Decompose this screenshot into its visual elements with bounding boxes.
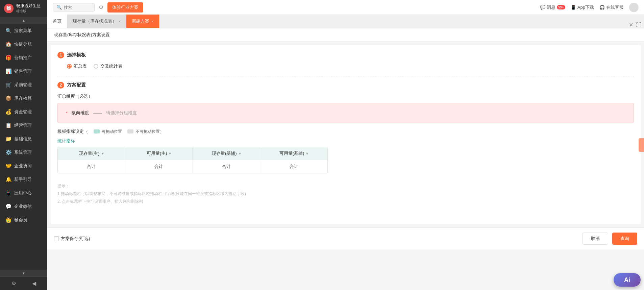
sidebar-item-sales[interactable]: 📊 销售管理 [0, 65, 47, 78]
sidebar-item-label: 企业微信 [14, 203, 32, 210]
sidebar-item-finance[interactable]: 💰 资金管理 [0, 105, 47, 119]
section-config: 2 方案配置 汇总维度（必选） * 纵向维度 —— 请选择分组维度 [57, 82, 634, 211]
cancel-button[interactable]: 取消 [583, 233, 608, 245]
col-available-main-label: 可用量(主) [147, 150, 167, 156]
col-available-main-dropdown[interactable]: ▾ [169, 151, 171, 156]
main-area: 🔍 ⚙ 体验行业方案 💬 消息 99+ 📱 App下载 🎧 在线客服 首页 [47, 0, 644, 290]
drag-indicator-1: 可拖动位置 [94, 129, 122, 135]
stats-header-present-aux[interactable]: 现存量(基辅) ▾ [193, 147, 261, 160]
drag-box-fixed [127, 129, 133, 134]
sales-icon: 📊 [5, 68, 11, 74]
operations-icon: 📋 [5, 122, 11, 128]
sidebar-item-app-center[interactable]: 📱 应用中心 [0, 186, 47, 200]
sidebar-item-purchase[interactable]: 🛒 采购管理 [0, 78, 47, 92]
stats-cell-present-main: 合计 [58, 160, 125, 173]
sidebar-item-label: 采购管理 [14, 82, 32, 88]
logo-text: 畅康通好生意 [16, 3, 41, 9]
sidebar-item-quick-nav[interactable]: 🏠 快捷导航 [0, 38, 47, 51]
sidebar-item-member[interactable]: 👑 畅会员 [0, 213, 47, 227]
sidebar-item-label: 资金管理 [14, 109, 32, 115]
app-download-icon: 📱 [571, 5, 576, 10]
sidebar-item-marketing[interactable]: 🎁 营销推广 [0, 51, 47, 65]
gear-icon[interactable]: ⚙ [99, 4, 103, 10]
messages-button[interactable]: 💬 消息 99+ [540, 4, 565, 10]
headset-icon: 🎧 [599, 5, 605, 10]
sidebar-item-guide[interactable]: 🔔 新手引导 [0, 173, 47, 186]
guide-icon: 🔔 [5, 176, 11, 183]
sidebar-item-inventory[interactable]: 📦 库存核算 [0, 92, 47, 105]
section-num-2: 2 [57, 82, 64, 89]
online-service-button[interactable]: 🎧 在线客服 [599, 4, 624, 10]
quick-nav-icon: 🏠 [5, 41, 11, 47]
sidebar-item-operations[interactable]: 📋 经营管理 [0, 119, 47, 132]
sidebar-item-basic-info[interactable]: 📁 基础信息 [0, 132, 47, 146]
contract-icon: 🤝 [5, 163, 11, 169]
settings-icon[interactable]: ⚙ [11, 280, 16, 287]
inventory-icon: 📦 [5, 95, 11, 101]
app-download-button[interactable]: 📱 App下载 [571, 4, 594, 10]
drag-label-2: 不可拖动位置） [135, 129, 164, 135]
right-float-button[interactable] [639, 138, 644, 152]
sidebar-item-label: 库存核算 [14, 95, 32, 101]
tab-close-action[interactable]: ✕ [629, 22, 633, 28]
sidebar-scroll-up[interactable]: ▲ [0, 17, 47, 24]
topbar-search[interactable]: 🔍 [53, 3, 95, 11]
save-checkbox[interactable] [54, 236, 59, 241]
stats-header-present-main[interactable]: 现存量(主) ▾ [58, 147, 125, 160]
sidebar-item-search-menu[interactable]: 🔍 搜索菜单 [0, 24, 47, 38]
bottom-bar: 方案保存(可选) 取消 查询 [47, 227, 644, 249]
sidebar-item-label: 应用中心 [14, 190, 32, 196]
tab-inventory[interactable]: 现存量（库存状况表） × [67, 15, 126, 28]
online-service-label: 在线客服 [606, 4, 624, 10]
col-available-aux-dropdown[interactable]: ▾ [306, 151, 308, 156]
stats-data-row: 合计 合计 合计 合计 [58, 160, 327, 173]
drag-indicator-2: 不可拖动位置） [127, 129, 164, 135]
sidebar-item-wechat[interactable]: 💬 企业微信 [0, 200, 47, 213]
tab-new-scheme[interactable]: 新建方案 × [126, 15, 159, 28]
query-button[interactable]: 查询 [612, 233, 637, 245]
tab-new-scheme-label: 新建方案 [132, 18, 149, 24]
user-avatar[interactable] [629, 3, 639, 12]
content-area: 现存量(库存状况表)方案设置 1 选择模板 汇总表 交叉统计表 [47, 28, 644, 290]
section-template: 1 选择模板 汇总表 交叉统计表 [57, 52, 634, 69]
stats-header-available-main[interactable]: 可用量(主) ▾ [125, 147, 193, 160]
save-label: 方案保存(可选) [61, 236, 90, 242]
collapse-icon[interactable]: ◀ [32, 280, 36, 287]
trial-button[interactable]: 体验行业方案 [107, 2, 143, 13]
sidebar-item-contract[interactable]: 🤝 企业协同 [0, 159, 47, 173]
stats-cell-present-aux: 合计 [193, 160, 261, 173]
sidebar-scroll-down[interactable]: ▼ [0, 270, 47, 276]
sidebar-item-label: 基础信息 [14, 136, 32, 142]
sidebar-item-system[interactable]: ⚙️ 系统管理 [0, 146, 47, 159]
drag-label-1: 可拖动位置 [102, 129, 122, 135]
radio-cross[interactable]: 交叉统计表 [94, 63, 122, 69]
purchase-icon: 🛒 [5, 82, 11, 88]
radio-summary[interactable]: 汇总表 [67, 63, 87, 69]
sidebar-item-label: 快捷导航 [14, 41, 32, 47]
dim-placeholder: 请选择分组维度 [106, 110, 137, 116]
section-num-1: 1 [57, 52, 64, 58]
sidebar: 畅 畅康通好生意 标准版 ▲ 🔍 搜索菜单 🏠 快捷导航 🎁 营销推广 📊 销售… [0, 0, 47, 290]
dim-name: 纵向维度 [72, 110, 89, 116]
tab-home[interactable]: 首页 [47, 15, 67, 28]
stats-header-available-aux[interactable]: 可用量(基辅) ▾ [260, 147, 327, 160]
search-input[interactable] [64, 5, 91, 10]
tab-inventory-close[interactable]: × [119, 19, 121, 23]
sidebar-item-label: 营销推广 [14, 55, 32, 61]
app-center-icon: 📱 [5, 190, 11, 196]
tab-new-scheme-close[interactable]: × [151, 19, 153, 23]
message-icon: 💬 [540, 5, 545, 10]
tab-expand-action[interactable]: ⛶ [636, 22, 641, 28]
tips-section: 提示： 1.拖动标题栏可以调整布局，不可跨维度或指标区域拖动栏目字段(只能在同一… [57, 179, 634, 211]
save-option[interactable]: 方案保存(可选) [54, 236, 90, 242]
col-present-main-dropdown[interactable]: ▾ [102, 151, 104, 156]
dimension-area[interactable]: * 纵向维度 —— 请选择分组维度 [57, 103, 634, 123]
sidebar-item-label: 系统管理 [14, 149, 32, 155]
sidebar-item-label: 经营管理 [14, 122, 32, 128]
sidebar-logo: 畅 畅康通好生意 标准版 [0, 0, 47, 17]
section-config-label: 方案配置 [67, 82, 86, 88]
stats-header-row: 现存量(主) ▾ 可用量(主) ▾ 现存量(基辅) ▾ [58, 147, 327, 160]
col-present-aux-dropdown[interactable]: ▾ [239, 151, 241, 156]
section-divider-1 [57, 76, 634, 76]
ai-fab-button[interactable]: Ai [614, 273, 641, 287]
